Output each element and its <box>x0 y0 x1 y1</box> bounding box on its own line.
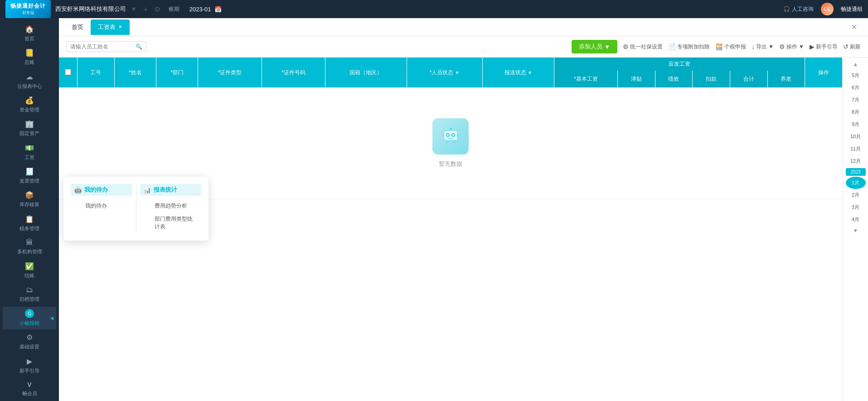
select-all-checkbox[interactable] <box>65 69 71 75</box>
popup-section1-title[interactable]: 🤖 我的待办 <box>71 184 132 196</box>
date-month-11[interactable]: 11月 <box>846 143 866 155</box>
date-year-2023[interactable]: 2023 <box>846 168 866 176</box>
org-icon: 🏛 <box>26 238 33 246</box>
sidebar-item-basic[interactable]: ⚙ 基础设置 <box>3 330 56 353</box>
popup-section2-title[interactable]: 📊 报表统计 <box>140 184 202 196</box>
date-up-chevron[interactable]: ▲ <box>851 59 860 69</box>
col-name: *姓名 <box>115 58 156 87</box>
settings-icon[interactable]: ⚙ <box>154 5 160 14</box>
account-period-value: 2023-01 📅 <box>188 6 222 13</box>
add-icon[interactable]: ＋ <box>141 4 150 14</box>
tab-close-btn[interactable]: ✕ <box>118 24 122 30</box>
add-person-button[interactable]: 添加人员 ▼ <box>572 40 617 53</box>
sidebar-item-ledger[interactable]: 📒 总账 <box>3 46 56 68</box>
popup-left: 🤖 我的待办 我的待办 <box>71 184 132 233</box>
special-deduction-action[interactable]: 📄 专项附加扣除 <box>668 43 710 51</box>
company-name[interactable]: 西安虾米网络科技有限公司 <box>55 5 126 13</box>
operation-action[interactable]: ⚙ 操作 ▼ <box>779 43 804 51</box>
avatar: CE <box>821 3 834 15</box>
sidebar-item-fixed-assets[interactable]: 🏢 固定资产 <box>3 117 56 140</box>
popup-item-dept-stats[interactable]: 部门费用类型统计表 <box>140 213 202 233</box>
col-pension: 养老 <box>767 71 805 87</box>
sidebar-item-salary[interactable]: 💵 工资 <box>3 141 56 164</box>
date-month-6[interactable]: 6月 <box>846 82 866 94</box>
sidebar-arrow-icon: ◀ <box>50 316 53 320</box>
search-input[interactable] <box>70 43 134 50</box>
salary-icon: 💵 <box>25 144 34 152</box>
sidebar-item-new-guide[interactable]: ▶ 新手引导 <box>3 354 56 377</box>
sidebar-item-tax[interactable]: 📋 税务管理 <box>3 212 56 235</box>
new-guide-action[interactable]: ▶ 新手引导 <box>810 43 838 51</box>
popup-item-todo[interactable]: 我的待办 <box>71 199 132 213</box>
tax-icon: 📋 <box>25 215 34 223</box>
cloud-icon: ☁ <box>26 72 33 81</box>
col-job-num: 工号 <box>77 58 115 87</box>
svg-rect-10 <box>446 140 448 143</box>
special-deduction-icon: 📄 <box>668 43 676 50</box>
col-dept: *部门 <box>156 58 198 87</box>
date-sidebar: ▲ 5月 6月 7月 8月 9月 10月 11月 12月 2023 1月 2月 … <box>843 58 868 401</box>
sidebar-item-cloud-report[interactable]: ☁ 云报表中心 <box>3 70 56 92</box>
search-icon[interactable]: 🔍 <box>136 43 142 50</box>
todo-icon: 🤖 <box>74 187 82 193</box>
basic-icon: ⚙ <box>26 333 33 342</box>
refresh-action[interactable]: ↺ 刷新 <box>843 43 861 51</box>
sidebar-item-invoice[interactable]: 🧾 发票管理 <box>3 164 56 187</box>
sidebar-item-inventory[interactable]: 📦 库存核算 <box>3 188 56 211</box>
sidebar-item-expense[interactable]: G 小畅报销 ◀ <box>3 307 56 329</box>
sidebar-item-fund[interactable]: 💰 资金管理 <box>3 93 56 116</box>
invoice-icon: 🧾 <box>25 167 34 176</box>
tab-home[interactable]: 首页 <box>64 19 91 35</box>
col-operation: 操作 <box>805 58 843 87</box>
support-button[interactable]: 🎧 人工咨询 <box>783 5 814 13</box>
svg-rect-5 <box>448 138 453 139</box>
date-month-10[interactable]: 10月 <box>846 130 866 143</box>
date-month-9[interactable]: 9月 <box>846 118 866 130</box>
settle-icon: ✅ <box>25 262 34 271</box>
refresh-icon: ↺ <box>843 43 849 50</box>
tab-bar: 首页 工资表 ✕ ✕ <box>59 18 868 36</box>
tax-report-icon: 🧮 <box>715 43 723 50</box>
col-allowance: 津贴 <box>617 71 655 87</box>
col-bonus: 绩效 <box>655 71 693 87</box>
sidebar-item-multi-org[interactable]: 🏛 多机构管理 <box>3 236 56 258</box>
date-month-1[interactable]: 1月 <box>846 177 866 189</box>
tab-salary[interactable]: 工资表 ✕ <box>91 19 130 35</box>
social-insurance-icon: ⚙ <box>623 43 629 50</box>
col-base-salary: *基本工资 <box>554 71 617 87</box>
dropdown-arrow[interactable]: ▼ <box>131 5 137 13</box>
social-insurance-action[interactable]: ⚙ 统一社保设置 <box>623 43 663 51</box>
sidebar-item-archive[interactable]: 🗂 归档管理 <box>3 283 56 305</box>
date-month-8[interactable]: 8月 <box>846 106 866 118</box>
sidebar-item-home[interactable]: 🏠 首页 <box>3 22 56 45</box>
col-deduction: 扣款 <box>693 71 730 87</box>
date-month-2[interactable]: 2月 <box>846 189 866 201</box>
popup-divider <box>136 184 136 233</box>
export-action[interactable]: ↓ 导出 ▼ <box>752 43 774 51</box>
date-down-chevron[interactable]: ▼ <box>851 226 860 236</box>
calendar-icon[interactable]: 📅 <box>214 6 222 13</box>
inventory-icon: 📦 <box>25 191 34 199</box>
headset-icon: 🎧 <box>783 6 790 12</box>
sidebar-item-settle[interactable]: ✅ 结账 <box>3 259 56 282</box>
date-month-7[interactable]: 7月 <box>846 94 866 106</box>
robot-svg <box>439 125 462 148</box>
filter-icon[interactable]: ▼ <box>455 70 460 75</box>
svg-point-4 <box>452 134 454 136</box>
sidebar-item-member[interactable]: V 畅会员 <box>3 378 56 401</box>
date-month-4[interactable]: 4月 <box>846 213 866 226</box>
report-icon: 📊 <box>144 187 151 193</box>
archive-icon: 🗂 <box>26 286 33 294</box>
report-filter-icon[interactable]: ▼ <box>528 70 532 75</box>
svg-rect-8 <box>443 133 444 137</box>
date-month-12[interactable]: 12月 <box>846 155 866 167</box>
svg-point-3 <box>447 134 449 136</box>
personal-tax-action[interactable]: 🧮 个税申报 <box>715 43 746 51</box>
popup-content: 🤖 我的待办 我的待办 📊 报表统计 费用趋势分析 部门费用类型统计表 <box>71 184 201 233</box>
popup-item-trend[interactable]: 费用趋势分析 <box>140 199 202 213</box>
date-month-5[interactable]: 5月 <box>846 69 866 82</box>
panel-close-button[interactable]: ✕ <box>846 21 863 33</box>
col-country: 国籍（地区） <box>325 58 407 87</box>
date-month-3[interactable]: 3月 <box>846 201 866 213</box>
empty-text: 暂无数据 <box>439 160 462 168</box>
